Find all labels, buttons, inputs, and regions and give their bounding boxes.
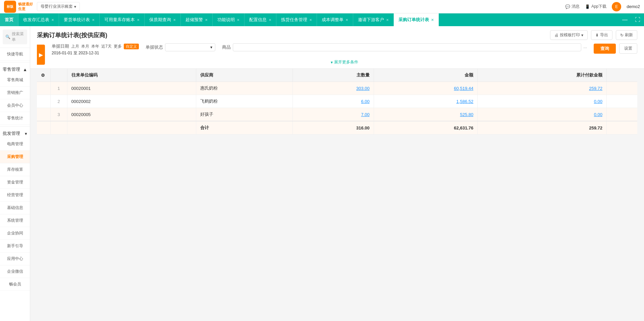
col-paid: 累计付款金额 (478, 69, 607, 82)
shortcut-more[interactable]: 更多 (114, 44, 122, 49)
search-button[interactable]: 查询 (594, 44, 616, 54)
sidebar-item-basic[interactable]: 基础信息 (0, 202, 30, 214)
cell-extra (606, 95, 637, 108)
cell-paid: 0.00 (478, 95, 607, 108)
tab-yaoqing[interactable]: 邀请下游客户 ✕ (353, 13, 394, 26)
col-code: 往来单位编码 (67, 69, 196, 82)
sidebar-item-ecommerce[interactable]: 电商管理 (0, 138, 30, 151)
shortcut-this-year[interactable]: 本年 (91, 44, 99, 49)
app-download-button[interactable]: 📱 App下载 (585, 4, 606, 9)
close-icon[interactable]: ✕ (51, 18, 54, 22)
close-icon[interactable]: ✕ (345, 18, 348, 22)
close-icon[interactable]: ✕ (309, 18, 312, 22)
collapse-arrow[interactable]: ▶ (37, 45, 45, 65)
tab-shoufacun[interactable]: 收发存汇总表 ✕ (18, 13, 59, 26)
sidebar-item-label: 资金管理 (7, 180, 23, 184)
sidebar-search-area[interactable]: 🔍 搜索菜单 (0, 26, 30, 48)
shortcut-last-month[interactable]: 上月 (71, 44, 79, 49)
sidebar-search-box[interactable]: 🔍 搜索菜单 (3, 30, 27, 44)
tab-chengben[interactable]: 成本调整单 ✕ (317, 13, 353, 26)
table-footer-row: 合计 316.00 62,631.76 259.72 (37, 121, 637, 135)
sidebar-item-label: 零售商城 (7, 77, 23, 82)
template-print-button[interactable]: 🖨 按模板打印 ▾ (550, 30, 588, 40)
avatar[interactable]: E (612, 2, 621, 11)
sidebar-item-label: 新手引导 (7, 244, 23, 248)
filter-left: 单据日期 上月 本月 本年 近7天 更多 自定义 2016-01-01 (52, 43, 587, 56)
footer-amount: 62,631.76 (374, 121, 477, 135)
status-select[interactable]: ▾ (165, 43, 215, 51)
date-separator: 至 (73, 51, 78, 55)
sidebar-item-finance[interactable]: 资金管理 (0, 176, 30, 189)
search-label: 搜索菜单 (12, 31, 24, 43)
expand-label: 展开更多条件 (334, 59, 358, 65)
chevron-down-icon: ▾ (74, 4, 76, 9)
tab-kuyong[interactable]: 可用量库存账本 ✕ (100, 13, 145, 26)
expand-more-button[interactable]: ▾ 展开更多条件 (331, 59, 358, 65)
tab-label: 邀请下游客户 (358, 17, 384, 23)
cell-supplier: 惠氏奶粉 (196, 82, 293, 95)
close-icon[interactable]: ✕ (92, 18, 95, 22)
tab-home[interactable]: 首页 (0, 13, 18, 26)
message-button[interactable]: 💬 消息 (565, 4, 580, 9)
col-settings[interactable]: ⚙ (37, 69, 50, 82)
sidebar-item-appcenter[interactable]: 应用中心 (0, 253, 30, 265)
setting-button[interactable]: 设置 (619, 43, 637, 54)
shortcut-7days[interactable]: 近7天 (101, 44, 112, 49)
chevron-down-icon: ▾ (581, 33, 583, 38)
tab-baozhiqi[interactable]: 保质期查询 ✕ (145, 13, 181, 26)
col-extra (606, 69, 637, 82)
sidebar-item-retailstat[interactable]: 零售统计 (0, 112, 30, 125)
col-qty: 主数量 (292, 69, 374, 82)
expand-more-section: ▾ 展开更多条件 (52, 58, 637, 65)
date-label: 单据日期 (52, 43, 69, 49)
sidebar-item-quicknav[interactable]: 快捷导航 (0, 48, 30, 61)
shortcut-this-month[interactable]: 本月 (81, 44, 89, 49)
sidebar-section-wholesale[interactable]: 批发管理 ▾ (0, 128, 30, 138)
close-icon[interactable]: ✕ (269, 18, 271, 22)
goods-input[interactable] (233, 43, 581, 51)
tab-label: 收发存汇总表 (23, 17, 49, 23)
tab-jianhuo[interactable]: 拣货任务管理 ✕ (276, 13, 317, 26)
table-row: 3 00020005 好孩子 7.00 525.80 0.00 (37, 108, 637, 121)
close-icon[interactable]: ✕ (137, 18, 140, 22)
close-icon[interactable]: ✕ (237, 18, 239, 22)
cell-supplier: 好孩子 (196, 108, 293, 121)
tab-caigou-active[interactable]: 采购订单统计表 ✕ (394, 13, 439, 26)
sidebar-item-label: 电商管理 (7, 142, 23, 146)
sidebar-item-operations[interactable]: 经营管理 (0, 189, 30, 202)
workspace-selector[interactable]: 母婴行业演示账套 ▾ (37, 2, 80, 11)
tab-maximize-button[interactable]: ⛶ (631, 13, 644, 26)
tab-label: 采购订单统计表 (398, 17, 429, 23)
tab-minimize-button[interactable]: — (619, 13, 631, 26)
cell-extra (606, 82, 637, 95)
sidebar-item-retailshop[interactable]: 零售商城 (0, 74, 30, 87)
sidebar-item-wechat[interactable]: 企业微信 (0, 265, 30, 278)
footer-index (50, 121, 67, 135)
close-icon[interactable]: ✕ (205, 18, 208, 22)
close-icon[interactable]: ✕ (431, 18, 434, 22)
more-filters-icon[interactable]: ··· (583, 45, 587, 50)
cell-qty: 7.00 (292, 108, 374, 121)
search-icon: 🔍 (5, 35, 10, 39)
sidebar-item-member2[interactable]: 畅会员 (0, 278, 30, 291)
sidebar-item-newbie[interactable]: 新手引导 (0, 240, 30, 253)
sidebar-item-purchase[interactable]: 采购管理 (0, 151, 30, 163)
tab-gongneng[interactable]: 功能说明 ✕ (213, 13, 245, 26)
tab-yaohuo[interactable]: 要货单统计表 ✕ (59, 13, 100, 26)
tab-peizhi[interactable]: 配置信息 ✕ (245, 13, 276, 26)
sidebar-item-label: 会员中心 (7, 103, 23, 108)
sidebar-item-collab[interactable]: 企业协同 (0, 227, 30, 240)
footer-supplier: 合计 (196, 121, 293, 135)
sidebar-item-marketing[interactable]: 营销推广 (0, 87, 30, 99)
table-row: 2 00020002 飞鹤奶粉 6.00 1,586.52 0.00 (37, 95, 637, 108)
sidebar-item-system[interactable]: 系统管理 (0, 214, 30, 227)
close-icon[interactable]: ✕ (386, 18, 389, 22)
sidebar-section-retail[interactable]: 零售管理 ▲ (0, 64, 30, 74)
close-icon[interactable]: ✕ (173, 18, 176, 22)
refresh-button[interactable]: ↻ 刷新 (616, 30, 637, 40)
tab-chaochu[interactable]: 超储预警 ✕ (181, 13, 213, 26)
sidebar-item-member[interactable]: 会员中心 (0, 99, 30, 112)
export-button[interactable]: ⬇ 导出 (591, 30, 612, 40)
export-icon: ⬇ (595, 33, 599, 38)
sidebar-item-inventory[interactable]: 库存核算 (0, 163, 30, 176)
